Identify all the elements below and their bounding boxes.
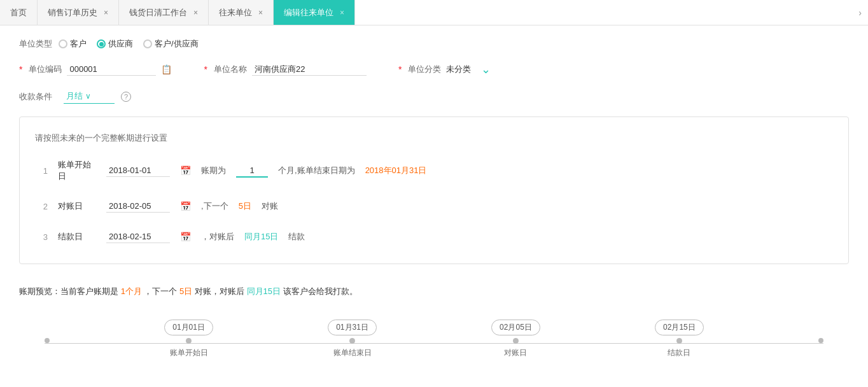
radio-supplier[interactable]: 供应商	[97, 38, 133, 50]
tab-edit-partner-unit-close[interactable]: ×	[340, 8, 344, 17]
timeline-start-edge	[45, 315, 50, 358]
radio-supplier-label: 供应商	[108, 38, 133, 50]
unit-category-label: 单位分类	[408, 64, 441, 75]
unit-code-group: * 单位编码 📋	[19, 63, 172, 76]
unit-category-value: 未分类	[446, 64, 471, 75]
timeline-badge-1: 01月31日	[328, 320, 377, 335]
radio-customer[interactable]: 客户	[59, 38, 87, 50]
preview-period: 1个月	[121, 286, 142, 296]
period-2-highlight: 5日	[239, 201, 251, 212]
radio-customer-label: 客户	[70, 38, 87, 50]
radio-customer-supplier[interactable]: 客户/供应商	[143, 38, 199, 50]
timeline-node-2: 02月05日 对账日	[491, 320, 540, 358]
payment-condition-selected: 月结	[66, 90, 83, 102]
period-3-calendar-icon[interactable]: 📅	[180, 232, 191, 242]
tab-partner-units-label: 往来单位	[219, 7, 252, 18]
tab-home-label: 首页	[10, 7, 27, 18]
radio-supplier-circle	[97, 39, 106, 48]
timeline-label-1: 账单结束日	[333, 348, 372, 358]
timeline-badge-2: 02月05日	[491, 320, 540, 335]
period-1-num: 1	[35, 166, 48, 176]
unit-category-required: *	[398, 64, 402, 74]
tab-partner-units[interactable]: 往来单位 ×	[209, 0, 274, 25]
timeline-label-2: 对账日	[504, 348, 527, 358]
period-row-1: 1 账单开始日 📅 账期为 个月,账单结束日期为 2018年01月31日	[35, 159, 833, 182]
unit-name-required: *	[204, 64, 207, 74]
unit-name-group: * 单位名称	[204, 63, 366, 76]
tab-bar: 首页 销售订单历史 × 钱货日清工作台 × 往来单位 × 编辑往来单位 × ›	[0, 0, 868, 25]
tab-sales-order-history[interactable]: 销售订单历史 ×	[38, 0, 119, 25]
period-1-calendar-icon[interactable]: 📅	[180, 165, 191, 176]
preview-label: 账期预览：当前客户账期是	[19, 286, 118, 296]
unit-code-icon[interactable]: 📋	[161, 64, 172, 74]
timeline-badge-3: 02月15日	[655, 320, 704, 335]
payment-condition-chevron-icon: ∨	[85, 92, 91, 101]
preview-text4: 该客户会给我打款。	[283, 286, 358, 296]
unit-category-dropdown-icon[interactable]: ⌄	[481, 62, 491, 76]
tab-cash-goods-workbench-label: 钱货日清工作台	[129, 7, 187, 18]
period-3-label: 结款日	[58, 231, 96, 243]
tab-more-arrow[interactable]: ›	[852, 0, 868, 25]
payment-condition-label: 收款条件	[19, 91, 52, 102]
timeline-points-row: 01月01日 账单开始日 01月31日 账单结束日 02月05日 对账日	[45, 315, 823, 358]
period-1-month-input[interactable]	[236, 164, 268, 178]
timeline-badge-0: 01月01日	[164, 320, 213, 335]
info-box-title: 请按照未来的一个完整帐期进行设置	[35, 132, 833, 144]
period-3-date-input[interactable]	[106, 230, 170, 243]
tab-edit-partner-unit[interactable]: 编辑往来单位 ×	[274, 0, 355, 25]
period-1-date-input[interactable]	[106, 164, 170, 177]
period-3-num: 3	[35, 232, 48, 242]
timeline-dot-0	[186, 338, 192, 344]
period-2-calendar-icon[interactable]: 📅	[180, 201, 191, 211]
unit-type-label: 单位类型	[19, 38, 52, 50]
radio-customer-supplier-label: 客户/供应商	[155, 38, 199, 50]
unit-type-radio-group: 客户 供应商 客户/供应商	[59, 38, 199, 50]
timeline-container: 01月01日 账单开始日 01月31日 账单结束日 02月05日 对账日	[19, 315, 849, 358]
timeline-dot-3	[676, 338, 682, 344]
main-content: 单位类型 客户 供应商 客户/供应商 * 单位编码 📋 * 单位名称	[0, 25, 868, 387]
preview-text2: ，下一个	[144, 286, 177, 296]
period-3-prefix: ，对账后	[201, 231, 234, 243]
tab-sales-order-history-label: 销售订单历史	[48, 7, 97, 18]
info-box: 请按照未来的一个完整帐期进行设置 1 账单开始日 📅 账期为 个月,账单结束日期…	[19, 116, 849, 264]
period-2-suffix: 对账	[262, 201, 278, 212]
period-1-end-date: 2018年01月31日	[365, 165, 427, 176]
tab-home[interactable]: 首页	[0, 0, 38, 25]
unit-code-input[interactable]	[67, 63, 156, 76]
unit-code-required: *	[19, 64, 22, 74]
timeline-start-dot	[45, 338, 50, 343]
period-1-suffix: 个月,账单结束日期为	[278, 165, 355, 176]
timeline-dot-2	[513, 338, 519, 344]
timeline-end-edge	[818, 315, 823, 358]
radio-customer-supplier-circle	[143, 39, 152, 48]
unit-code-label: 单位编码	[29, 64, 62, 75]
period-2-date-input[interactable]	[106, 200, 170, 213]
tab-cash-goods-workbench[interactable]: 钱货日清工作台 ×	[119, 0, 209, 25]
period-row-3: 3 结款日 📅 ，对账后 同月15日 结款	[35, 230, 833, 243]
timeline-label-3: 结款日	[668, 348, 690, 358]
timeline-label-0: 账单开始日	[170, 348, 208, 358]
period-3-suffix: 结款	[288, 231, 305, 243]
timeline-dot-1	[349, 338, 355, 344]
tab-partner-units-close[interactable]: ×	[258, 8, 263, 17]
payment-condition-select[interactable]: 月结 ∨	[64, 89, 115, 104]
tab-cash-goods-workbench-close[interactable]: ×	[193, 8, 198, 17]
preview-settlement-day: 同月15日	[247, 286, 281, 296]
tab-edit-partner-unit-label: 编辑往来单位	[284, 7, 333, 18]
period-row-2: 2 对账日 📅 ,下一个 5日 对账	[35, 200, 833, 213]
period-2-prefix: ,下一个	[201, 201, 228, 212]
preview-section: 账期预览：当前客户账期是 1个月 ，下一个 5日 对账，对账后 同月15日 该客…	[19, 277, 849, 365]
timeline-end-dot	[818, 338, 823, 343]
period-2-num: 2	[35, 202, 48, 211]
period-1-label: 账单开始日	[58, 159, 96, 182]
payment-condition-row: 收款条件 月结 ∨ ?	[19, 89, 849, 104]
unit-name-label: 单位名称	[214, 64, 247, 75]
payment-condition-help-icon[interactable]: ?	[121, 92, 131, 102]
preview-text3: 对账，对账后	[195, 286, 244, 296]
unit-category-group: * 单位分类 未分类 ⌄	[398, 62, 491, 76]
unit-name-input[interactable]	[252, 63, 367, 76]
period-2-label: 对账日	[58, 201, 96, 212]
preview-text: 账期预览：当前客户账期是 1个月 ，下一个 5日 对账，对账后 同月15日 该客…	[19, 286, 849, 297]
tab-sales-order-history-close[interactable]: ×	[104, 8, 108, 17]
unit-info-row: * 单位编码 📋 * 单位名称 * 单位分类 未分类 ⌄	[19, 62, 849, 76]
